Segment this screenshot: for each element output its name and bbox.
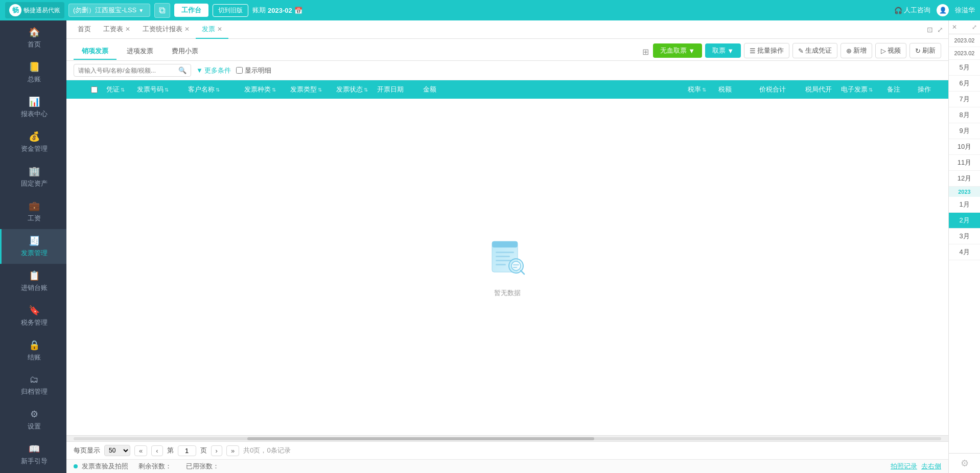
period-panel-bottom[interactable]: ⚙	[949, 453, 980, 473]
tab-payroll-close[interactable]: ✕	[125, 26, 130, 33]
user-avatar[interactable]: 👤	[937, 4, 949, 16]
new-button[interactable]: ⊕ 新增	[841, 43, 872, 58]
period-item-2m[interactable]: 2月	[949, 213, 980, 229]
sidebar-item-sales[interactable]: 📋 进销台账	[0, 264, 66, 299]
sub-tab-sales[interactable]: 销项发票	[74, 43, 116, 60]
sidebar: 🏠 首页 📒 总账 📊 报表中心 💰 资金管理 🏢 固定资产 💼 工资	[0, 20, 66, 473]
batch-ops-button[interactable]: ☰ 批量操作	[744, 43, 789, 58]
sidebar-item-settings[interactable]: ⚙ 设置	[0, 402, 66, 437]
switch-version-button[interactable]: 切到旧版	[213, 4, 248, 17]
period-item-11m[interactable]: 11月	[949, 155, 980, 171]
no-select-ticket-button[interactable]: 无血取票 ▼	[653, 43, 702, 58]
copy-button[interactable]: ⧉	[154, 3, 170, 18]
logo-icon: 畅	[9, 4, 21, 16]
video-button[interactable]: ▷ 视频	[875, 43, 906, 58]
th-taxrate[interactable]: 税率 ⇅	[686, 85, 716, 94]
go-right-link[interactable]: 去右侧	[921, 462, 941, 471]
horizontal-scrollbar[interactable]	[74, 437, 941, 440]
period-item-5m[interactable]: 5月	[949, 60, 980, 76]
th-customer[interactable]: 客户名称 ⇅	[186, 85, 242, 94]
get-ticket-button[interactable]: 取票 ▼	[705, 43, 741, 58]
first-page-button[interactable]: «	[134, 445, 147, 456]
period-item-3m[interactable]: 3月	[949, 229, 980, 244]
period-item-2023-02-a[interactable]: 2023.02	[949, 34, 980, 47]
tab-payroll[interactable]: 工资表 ✕	[97, 20, 136, 39]
th-invno[interactable]: 发票号码 ⇅	[135, 85, 186, 94]
next-page-button[interactable]: ›	[211, 445, 222, 456]
more-conditions-button[interactable]: ▼ 更多条件	[196, 66, 231, 75]
guide-icon: 📖	[29, 443, 40, 455]
sidebar-item-payroll[interactable]: 💼 工资	[0, 194, 66, 229]
tab-invoice-close[interactable]: ✕	[217, 26, 222, 33]
last-page-button[interactable]: »	[226, 445, 239, 456]
close-period-btn[interactable]: ✕	[952, 24, 957, 31]
sidebar-item-finance[interactable]: 💰 资金管理	[0, 125, 66, 160]
th-status[interactable]: 发票状态 ⇅	[334, 85, 375, 94]
period-item-9m[interactable]: 9月	[949, 123, 980, 139]
prev-page-button[interactable]: ‹	[151, 445, 162, 456]
status-bar: 发票查验及拍照 剩余张数： 已用张数： 拍照记录 去右侧	[66, 459, 948, 473]
sidebar-item-invoice[interactable]: 🧾 发票管理	[0, 229, 66, 264]
sidebar-label-close: 结账	[28, 353, 41, 362]
th-invcat[interactable]: 发票类型 ⇅	[288, 85, 334, 94]
tab-invoice[interactable]: 发票 ✕	[196, 20, 228, 39]
th-proof[interactable]: 凭证 ⇅	[104, 85, 135, 94]
show-detail-input[interactable]	[236, 67, 243, 74]
sidebar-item-guide[interactable]: 📖 新手引导	[0, 437, 66, 472]
content-area: 首页 工资表 ✕ 工资统计报表 ✕ 发票 ✕ ⊡ ⤢	[66, 20, 948, 473]
period-settings-icon[interactable]: ⚙	[961, 458, 969, 469]
tab-restore-icon[interactable]: ⊡	[927, 26, 933, 34]
tab-payroll-stats-label: 工资统计报表	[143, 25, 182, 34]
sidebar-item-close[interactable]: 🔒 结账	[0, 333, 66, 368]
per-page-label: 每页显示	[74, 446, 100, 455]
period-item-4m[interactable]: 4月	[949, 244, 980, 260]
gen-proof-button[interactable]: ✎ 生成凭证	[792, 43, 837, 58]
sidebar-item-archive[interactable]: 🗂 归档管理	[0, 368, 66, 402]
th-checkbox[interactable]	[89, 86, 104, 93]
company-selector[interactable]: (勿删）江西服宝-LSS ▼	[68, 4, 150, 17]
sub-tab-expense[interactable]: 费用小票	[164, 43, 206, 60]
period-item-1m[interactable]: 1月	[949, 197, 980, 213]
sidebar-item-reports[interactable]: 📊 报表中心	[0, 90, 66, 125]
tab-payroll-stats-close[interactable]: ✕	[184, 26, 190, 33]
maximize-period-icon[interactable]: ⤢	[972, 24, 977, 31]
total-count: 共0页，0条记录	[243, 446, 290, 455]
search-icon[interactable]: 🔍	[178, 66, 186, 74]
add-record-link[interactable]: 拍照记录	[891, 462, 917, 471]
period-item-8m[interactable]: 8月	[949, 107, 980, 123]
sidebar-item-home[interactable]: 🏠 首页	[0, 20, 66, 55]
horizontal-scroll-area[interactable]	[66, 435, 948, 441]
tab-home[interactable]: 首页	[72, 20, 97, 39]
sidebar-item-tax[interactable]: 🔖 税务管理	[0, 299, 66, 333]
period-item-6m[interactable]: 6月	[949, 76, 980, 92]
grid-settings-icon[interactable]: ⊞	[642, 47, 649, 57]
search-input[interactable]	[78, 67, 176, 74]
per-page-select[interactable]: 50 10 20 100	[104, 445, 130, 456]
page-input[interactable]	[178, 445, 196, 456]
th-total: 价税合计	[757, 85, 803, 94]
sidebar-item-assets[interactable]: 🏢 固定资产	[0, 160, 66, 194]
th-einvoice[interactable]: 电子发票 ⇅	[839, 85, 885, 94]
period-item-12m[interactable]: 12月	[949, 171, 980, 187]
tab-maximize-icon[interactable]: ⤢	[937, 26, 943, 34]
show-detail-checkbox[interactable]: 显示明细	[236, 66, 271, 75]
period-item-10m[interactable]: 10月	[949, 139, 980, 155]
ai-consult-button[interactable]: 🎧 人工咨询	[894, 6, 930, 15]
period-value: 2023-02	[268, 7, 292, 14]
empty-illustration	[484, 236, 530, 282]
scrollbar-thumb[interactable]	[247, 437, 594, 440]
sub-tab-expense-label: 费用小票	[172, 47, 198, 55]
sidebar-item-ledger[interactable]: 📒 总账	[0, 55, 66, 90]
status-dot-icon	[74, 464, 78, 468]
period-item-7m[interactable]: 7月	[949, 92, 980, 107]
select-all-checkbox[interactable]	[91, 86, 98, 93]
sub-tab-purchase[interactable]: 进项发票	[119, 43, 161, 60]
user-name[interactable]: 徐溢华	[955, 6, 975, 15]
finance-icon: 💰	[29, 131, 40, 142]
calendar-icon[interactable]: 📅	[294, 7, 302, 14]
refresh-button[interactable]: ↻ 刷新	[909, 43, 941, 58]
tab-payroll-stats[interactable]: 工资统计报表 ✕	[136, 20, 196, 39]
period-item-2023-02-b[interactable]: 2023.02	[949, 47, 980, 60]
workspace-button[interactable]: 工作台	[174, 4, 208, 17]
th-invtype[interactable]: 发票种类 ⇅	[242, 85, 288, 94]
